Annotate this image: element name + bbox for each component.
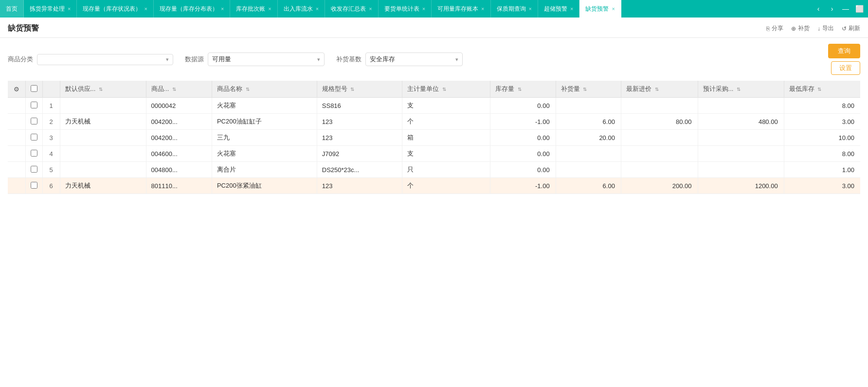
row-name-4: 离合片 [212,162,317,178]
row-price-5: 200.00 [621,178,698,194]
col-spec[interactable]: 规格型号 ⇅ [317,81,402,98]
row-unit-3: 支 [402,146,490,162]
row-supplier-1: 力天机械 [60,114,146,130]
select-all-checkbox[interactable] [31,85,37,92]
refresh-icon: ↺ [842,25,847,32]
sort-replenish-icon: ⇅ [583,87,587,92]
close-tab-8-icon[interactable]: × [481,6,484,12]
close-tab-5-icon[interactable]: × [316,6,319,12]
row-select-checkbox-3[interactable] [31,150,37,157]
close-tab-2-icon[interactable]: × [144,6,147,12]
close-tab-4-icon[interactable]: × [268,6,271,12]
row-checkbox-1[interactable] [25,114,42,130]
col-min-stock[interactable]: 最低库存 ⇅ [784,81,860,98]
row-price-3 [621,146,698,162]
row-est-1: 480.00 [698,114,784,130]
close-tab-10-icon[interactable]: × [570,6,573,12]
row-select-checkbox-4[interactable] [31,166,37,173]
category-select[interactable]: ▾ [37,54,173,65]
export-button[interactable]: ↓ 导出 [817,24,834,33]
row-gear-3 [8,146,25,162]
query-button[interactable]: 查询 [828,44,860,58]
row-select-checkbox-1[interactable] [31,118,37,124]
nav-tab-9[interactable]: 保质期查询× [491,0,538,18]
row-supplier-4 [60,162,146,178]
row-min-stock-5: 3.00 [784,178,860,194]
row-num-2: 3 [42,130,60,146]
table-header-row: ⚙ 默认供应... ⇅ 商品... ⇅ 商品名称 ⇅ 规格型号 ⇅ 主计量单位 … [8,81,860,98]
nav-next-button[interactable]: › [825,2,839,16]
page-content: 缺货预警 ⎘ 分享 ⊕ 补货 ↓ 导出 ↺ 刷新 商品分类 [0,18,868,387]
col-replenish-qty[interactable]: 补货量 ⇅ [556,81,621,98]
row-spec-3: J7092 [317,146,402,162]
row-spec-1: 123 [317,114,402,130]
close-tab-3-icon[interactable]: × [221,6,224,12]
row-select-checkbox-2[interactable] [31,134,37,141]
col-stock-qty[interactable]: 库存量 ⇅ [490,81,556,98]
row-est-0 [698,98,784,114]
nav-tab-5[interactable]: 出入库流水× [278,0,325,18]
nav-controls: ‹ › — ⬜ [810,2,868,16]
table-row: 5 004800... 离合片 DS250*23c... 只 0.00 1.00 [8,162,860,178]
nav-tab-7[interactable]: 要货单统计表× [379,0,432,18]
nav-tab-6[interactable]: 收发存汇总表× [325,0,378,18]
row-spec-4: DS250*23c... [317,162,402,178]
nav-maximize-button[interactable]: ⬜ [852,2,866,16]
row-supplier-3 [60,146,146,162]
col-row-num [42,81,60,98]
row-unit-0: 支 [402,98,490,114]
replenish-base-select[interactable]: 安全库存 ▾ [365,53,463,66]
row-stock-2: 0.00 [490,130,556,146]
row-price-0 [621,98,698,114]
col-product-code[interactable]: 商品... ⇅ [146,81,212,98]
col-latest-price[interactable]: 最新进价 ⇅ [621,81,698,98]
row-checkbox-4[interactable] [25,162,42,178]
row-gear-5 [8,178,25,194]
settings-button[interactable]: 设置 [831,61,860,75]
row-select-checkbox-5[interactable] [31,182,37,189]
row-checkbox-3[interactable] [25,146,42,162]
nav-tab-11[interactable]: 缺货预警× [579,0,621,18]
row-unit-2: 箱 [402,130,490,146]
nav-tab-4[interactable]: 库存批次账× [230,0,277,18]
row-replenish-4 [556,162,621,178]
sort-supplier-icon: ⇅ [99,87,103,92]
category-label: 商品分类 [8,55,33,64]
col-product-name[interactable]: 商品名称 ⇅ [212,81,317,98]
nav-tab-3[interactable]: 现存量（库存分布表）× [154,0,230,18]
close-tab-7-icon[interactable]: × [422,6,425,12]
sort-name-icon: ⇅ [246,87,250,92]
table-row: 4 004600... 火花塞 J7092 支 0.00 8.00 [8,146,860,162]
col-default-supplier[interactable]: 默认供应... ⇅ [60,81,146,98]
nav-tab-10[interactable]: 超储预警× [538,0,579,18]
share-button[interactable]: ⎘ 分享 [766,24,783,33]
nav-tab-8[interactable]: 可用量库存账本× [432,0,490,18]
close-tab-1-icon[interactable]: × [68,6,71,12]
row-checkbox-2[interactable] [25,130,42,146]
col-unit[interactable]: 主计量单位 ⇅ [402,81,490,98]
top-nav: 首页拣货异常处理×现存量（库存状况表）×现存量（库存分布表）×库存批次账×出入库… [0,0,868,18]
nav-tab-1[interactable]: 拣货异常处理× [24,0,77,18]
col-est-purchase[interactable]: 预计采购... ⇅ [698,81,784,98]
row-select-checkbox-0[interactable] [31,102,37,108]
col-gear[interactable]: ⚙ [8,81,25,98]
close-tab-9-icon[interactable]: × [529,6,532,12]
datasource-select[interactable]: 可用量 ▾ [208,53,325,66]
sort-spec-icon: ⇅ [350,87,354,92]
nav-tab-2[interactable]: 现存量（库存状况表）× [77,0,153,18]
replenish-button[interactable]: ⊕ 补货 [791,24,810,33]
close-tab-6-icon[interactable]: × [369,6,372,12]
export-icon: ↓ [817,25,820,32]
row-checkbox-0[interactable] [25,98,42,114]
nav-prev-button[interactable]: ‹ [812,2,825,16]
row-num-5: 6 [42,178,60,194]
row-est-4 [698,162,784,178]
refresh-button[interactable]: ↺ 刷新 [842,24,860,33]
close-tab-11-icon[interactable]: × [612,6,615,12]
nav-minimize-button[interactable]: — [839,2,852,16]
nav-tab-0[interactable]: 首页 [0,0,24,18]
sort-min-icon: ⇅ [817,87,821,92]
row-checkbox-5[interactable] [25,178,42,194]
page-header: 缺货预警 ⎘ 分享 ⊕ 补货 ↓ 导出 ↺ 刷新 [0,18,868,38]
row-min-stock-0: 8.00 [784,98,860,114]
